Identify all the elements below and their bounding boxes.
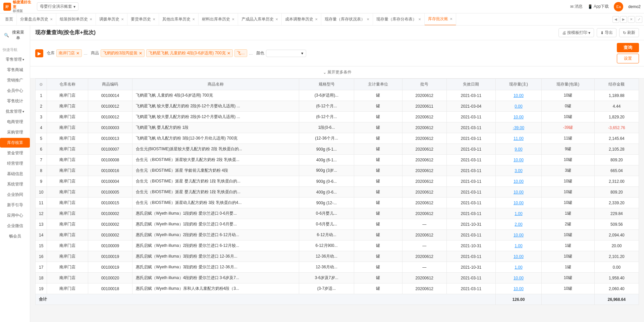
tab-close-all[interactable]: ✕ [628,16,635,23]
product-tag-2-value: 飞鹤星飞帆 儿童奶粉 4段(3-6岁适用) 700克 [149,50,226,56]
sidebar-item-marketing[interactable]: 营销推广 [0,75,30,85]
sidebar-item-wechat[interactable]: 企业微信 [0,221,30,231]
color-filter-dropdown[interactable]: ▾ [266,50,306,57]
row-qty-main[interactable]: 9.00 [496,144,542,155]
message-btn[interactable]: ✉ 消息 [570,4,583,9]
tab-7-close[interactable]: ✕ [275,17,278,21]
product-filter-dots[interactable]: … [249,51,253,56]
sidebar-item-inventory[interactable]: 库存核算 [0,138,30,148]
tab-3-close[interactable]: ✕ [121,17,124,21]
product-filter-tag-2[interactable]: 飞鹤星飞帆 儿童奶粉 4段(3-6岁适用) 700克 ✕ [146,49,233,57]
product-filter-more[interactable]: 飞… [234,49,247,57]
tab-5-close[interactable]: ✕ [192,17,195,21]
tab-9-close[interactable]: ✕ [367,17,369,21]
row-qty-main[interactable]: 10.00 [496,176,542,187]
tab-5[interactable]: 其他出库单历史 ✕ [159,13,199,25]
export-btn[interactable]: ⬇ 导出 [597,28,616,37]
workspace-selector[interactable]: 母婴行业演示账套 ▾ [37,2,78,11]
print-btn[interactable]: 🖨 按模板打印 ▾ [558,28,594,37]
row-unit: 罐 [354,90,402,101]
tab-6-close[interactable]: ✕ [232,17,234,21]
row-qty-main[interactable]: 1.00 [496,208,542,219]
tab-2-close[interactable]: ✕ [90,17,92,21]
row-unit: 罐 [354,240,402,251]
row-qty-main[interactable]: 10.00 [496,273,542,283]
row-spec: 400g (6-1... [299,155,354,165]
tab-11[interactable]: 库存批次账 ✕ [425,13,456,25]
row-qty-main[interactable]: 1.00 [496,240,542,251]
tab-8[interactable]: 成本调整单历史 ✕ [282,13,321,25]
product-tag-1-remove[interactable]: ✕ [139,51,142,56]
row-qty-main[interactable]: 11.00 [496,133,542,144]
sidebar-item-retail-stats[interactable]: 零售统计 [0,96,30,106]
product-filter-tag-1[interactable]: 飞鹤奶粉3段丙提装 ✕ [101,49,145,57]
product-tag-2-remove[interactable]: ✕ [227,51,230,56]
tab-4-close[interactable]: ✕ [153,17,155,21]
row-qty-main[interactable]: 2.00 [496,219,542,230]
tab-2[interactable]: 组装拆卸单历史 ✕ [56,13,96,25]
tab-1[interactable]: 分量盘点单历史 ✕ [17,13,56,25]
row-qty-main[interactable]: 10.00 [496,198,542,208]
app-download-btn[interactable]: 📱 App下载 [588,4,609,9]
row-qty-main[interactable]: 10.00 [496,112,542,122]
row-qty-main[interactable]: 0.00 [496,101,542,112]
th-checkbox: ⚙ [36,79,47,90]
tab-3[interactable]: 调拨单历史 ✕ [96,13,127,25]
user-avatar[interactable]: Ea [614,2,623,11]
row-qty-main[interactable]: 10.00 [496,155,542,165]
row-qty-main[interactable]: 10.00 [496,283,542,294]
tab-1-close[interactable]: ✕ [50,17,53,21]
tab-home[interactable]: 首页 [2,13,17,25]
tab-11-close[interactable]: ✕ [450,17,452,21]
sidebar-item-member2[interactable]: 畅会员 [0,231,30,241]
filter-expand-btn[interactable]: ▶ [35,49,43,57]
tab-maximize[interactable]: ⤢ [636,16,642,23]
sidebar-item-guide[interactable]: 新手引导 [0,200,30,210]
sidebar-item-system[interactable]: 系统管理 [0,179,30,189]
sidebar-item-ecommerce[interactable]: 电商管理 [0,117,30,127]
app-sub: 标准版 [13,9,34,13]
row-qty-main[interactable]: 1.00 [496,262,542,273]
row-qty-main[interactable]: 10.00 [496,230,542,240]
row-qty-main[interactable]: 3.00 [496,165,542,176]
sidebar-item-retail-shop[interactable]: 零售商城 [0,65,30,75]
tab-6[interactable]: 材料出库单历史 ✕ [199,13,238,25]
sidebar-item-member[interactable]: 会员中心 [0,86,30,96]
tab-10-close[interactable]: ✕ [418,17,421,21]
sidebar-item-finance[interactable]: 资金管理 [0,148,30,158]
tab-next-arrow[interactable]: ▶ [620,16,627,23]
warehouse-filter-tag[interactable]: 南岸门店 ✕ [56,49,82,57]
row-qty-pkg: 3罐 [541,165,594,176]
row-qty-main[interactable]: 10.00 [496,187,542,198]
row-qty-main[interactable]: 10.00 [496,90,542,101]
tab-9[interactable]: 现存量（库存状况表） ✕ [321,13,373,25]
tab-prev-arrow[interactable]: ◀ [612,16,619,23]
row-qty-main[interactable]: 10.00 [496,251,542,262]
sidebar-item-ops[interactable]: 经营管理 [0,159,30,168]
tab-8-close[interactable]: ✕ [315,17,318,21]
row-qty-pkg: 11罐 [541,133,594,144]
tab-4[interactable]: 要货单历史 ✕ [127,13,159,25]
warehouse-tag-remove[interactable]: ✕ [76,51,79,56]
refresh-btn[interactable]: ↻ 刷新 [619,28,639,37]
sidebar-item-basic-info[interactable]: 基础信息 [0,169,30,179]
expand-more-btn[interactable]: ⌄ 展开更多条件 [32,68,643,77]
tab-7[interactable]: 产成品入库单历史 ✕ [238,13,282,25]
sidebar-item-wholesale[interactable]: 批发管理 ▾ [0,107,30,116]
row-no: 9 [36,176,47,187]
tab-10[interactable]: 现存量（库存分布表） ✕ [373,13,425,25]
row-qty-pkg: 10罐 [541,176,594,187]
row-code: 00100002 [88,208,132,219]
row-code: 00100008 [88,155,132,165]
sidebar-item-retail-mgmt[interactable]: 零售管理 ▾ [0,55,30,64]
sidebar-item-enterprise[interactable]: 企业协同 [0,190,30,200]
sidebar-item-app-center[interactable]: 应用中心 [0,211,30,220]
sidebar-item-purchase[interactable]: 采购管理 [0,127,30,137]
table-settings-icon[interactable]: ⚙ [39,82,43,87]
search-menu-btn[interactable]: 🔍 搜索菜单 [3,28,27,42]
row-code: 00100013 [88,133,132,144]
query-btn[interactable]: 查询 [617,43,639,52]
row-qty-main[interactable]: -39.00 [496,122,542,133]
warehouse-filter-dots[interactable]: … [84,51,88,56]
settings-btn[interactable]: 设置 [617,54,639,63]
